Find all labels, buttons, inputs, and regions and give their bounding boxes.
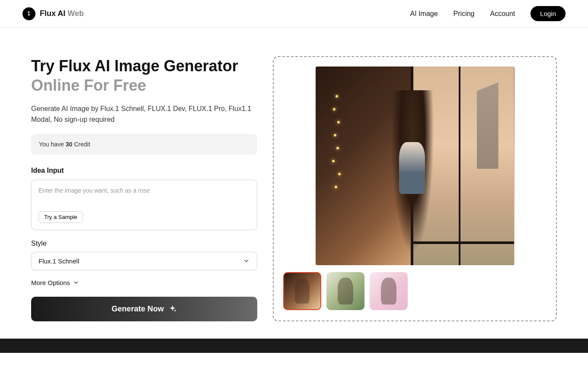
nav-account[interactable]: Account (490, 10, 515, 18)
credit-box: You have 30 Credit (31, 134, 257, 155)
more-options-label: More Options (31, 279, 70, 286)
main: Try Flux AI Image Generator Online For F… (0, 28, 588, 339)
credit-amount: 30 (66, 141, 73, 148)
main-preview-image (316, 67, 514, 265)
logo[interactable]: Flux AI Web (22, 7, 84, 20)
nav: AI Image Pricing Account Login (410, 6, 566, 21)
thumbnail-3[interactable] (370, 272, 408, 310)
login-button[interactable]: Login (530, 6, 566, 21)
page-subtitle: Online For Free (31, 76, 257, 95)
style-selected-value: Flux.1 Schnell (38, 257, 79, 265)
page-desc: Generate AI Image by Flux.1 Schnell, FLU… (31, 103, 257, 125)
idea-input[interactable] (38, 187, 250, 204)
more-options-toggle[interactable]: More Options (31, 279, 257, 286)
logo-icon (22, 7, 35, 20)
thumbnail-2[interactable] (326, 272, 364, 310)
credit-suffix: Credit (72, 141, 90, 148)
nav-pricing[interactable]: Pricing (454, 10, 475, 18)
sparkle-icon (168, 304, 177, 313)
thumbnail-1[interactable] (283, 272, 321, 310)
gallery-panel (273, 56, 557, 321)
chevron-down-icon (73, 279, 80, 286)
thumbnail-row (283, 272, 408, 310)
generate-button-label: Generate Now (112, 304, 164, 314)
idea-input-label: Idea Input (31, 167, 257, 174)
chevron-down-icon (243, 257, 250, 264)
page-title: Try Flux AI Image Generator (31, 56, 257, 76)
header: Flux AI Web AI Image Pricing Account Log… (0, 0, 588, 28)
left-panel: Try Flux AI Image Generator Online For F… (31, 56, 257, 321)
idea-input-container: Try a Sample (31, 180, 257, 230)
style-select[interactable]: Flux.1 Schnell (31, 252, 257, 270)
credit-prefix: You have (39, 141, 66, 148)
logo-text: Flux AI Web (40, 9, 84, 18)
style-label: Style (31, 240, 257, 247)
generate-button[interactable]: Generate Now (31, 297, 257, 321)
nav-ai-image[interactable]: AI Image (410, 10, 438, 18)
try-sample-button[interactable]: Try a Sample (38, 211, 83, 223)
footer (0, 339, 588, 353)
